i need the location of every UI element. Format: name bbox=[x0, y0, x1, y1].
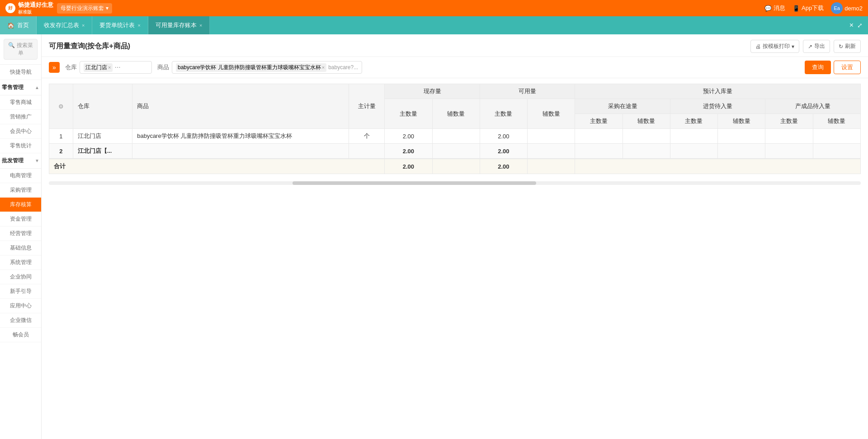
th-avail-sub: 辅数量 bbox=[528, 99, 575, 129]
cell-avail-main: 2.00 bbox=[480, 144, 527, 159]
warehouse-filter-label: 仓库 bbox=[65, 63, 77, 71]
sidebar-item-label: 系统管理 bbox=[10, 259, 32, 265]
message-label: 消息 bbox=[774, 4, 785, 12]
app-download-btn[interactable]: 📱 App下载 bbox=[793, 4, 824, 12]
sidebar-item-huiyuan[interactable]: 会员中心 bbox=[0, 124, 41, 139]
template-print-btn[interactable]: 🖨 按模板打印 ▾ bbox=[750, 40, 799, 53]
tab-actions: × ⤢ bbox=[844, 16, 868, 34]
cell-inb-sub bbox=[718, 144, 765, 159]
th-inb-main: 主数量 bbox=[670, 114, 717, 129]
sidebar-section-pifa[interactable]: 批发管理 ▼ bbox=[0, 153, 41, 169]
scroll-track bbox=[49, 181, 861, 185]
sidebar-item-qiye[interactable]: 企业协同 bbox=[0, 270, 41, 284]
sidebar-item-yingyong[interactable]: 应用中心 bbox=[0, 299, 41, 313]
tab-yfhj-close[interactable]: × bbox=[137, 23, 140, 28]
th-purchase-transit: 采购在途量 bbox=[575, 99, 670, 114]
footer-stock-total: 2.00 bbox=[385, 159, 432, 174]
cell-avail-sub bbox=[528, 129, 575, 144]
cell-no: 2 bbox=[49, 144, 73, 159]
export-btn[interactable]: ↗ 导出 bbox=[803, 40, 830, 53]
sidebar-item-yingxiao[interactable]: 营销推广 bbox=[0, 110, 41, 124]
warehouse-filter-more[interactable]: ··· bbox=[114, 63, 120, 71]
page-header: 可用量查询(按仓库+商品) 🖨 按模板打印 ▾ ↗ 导出 ↻ 刷新 bbox=[42, 34, 868, 57]
sidebar-item-label: 新手引导 bbox=[10, 288, 32, 294]
sidebar-item-label: 经营管理 bbox=[10, 230, 32, 236]
sidebar-item-label: 资金管理 bbox=[10, 216, 32, 222]
sidebar-item-jingying[interactable]: 经营管理 bbox=[0, 227, 41, 241]
search-menu-btn[interactable]: 🔍 搜索菜单 bbox=[4, 39, 38, 60]
settings-btn[interactable]: 设置 bbox=[834, 61, 861, 74]
sidebar-item-label: 营销推广 bbox=[10, 113, 32, 120]
th-avail-main: 主数量 bbox=[480, 99, 527, 129]
cell-warehouse: 江北门店【... bbox=[73, 144, 132, 159]
th-product: 商品 bbox=[132, 84, 349, 129]
refresh-btn[interactable]: ↻ 刷新 bbox=[834, 40, 861, 53]
restore-btn[interactable]: ⤢ bbox=[857, 22, 863, 29]
cell-unit bbox=[349, 144, 385, 159]
cell-prod-main bbox=[765, 144, 813, 159]
close-all-btn[interactable]: × bbox=[849, 21, 854, 29]
home-icon: 🏠 bbox=[7, 22, 14, 29]
tab-home[interactable]: 🏠 首页 bbox=[0, 16, 37, 34]
sidebar-item-quicknav[interactable]: 快捷导航 bbox=[0, 65, 41, 80]
sidebar-item-zijin[interactable]: 资金管理 bbox=[0, 212, 41, 227]
sidebar-item-caigou[interactable]: 采购管理 bbox=[0, 183, 41, 198]
print-icon: 🖨 bbox=[755, 43, 761, 50]
sidebar-item-jichu[interactable]: 基础信息 bbox=[0, 241, 41, 255]
filter-actions: 查询 设置 bbox=[805, 61, 861, 74]
warehouse-filter-input[interactable]: 江北门店 × ··· bbox=[80, 61, 152, 74]
scroll-thumb[interactable] bbox=[292, 181, 536, 185]
query-btn[interactable]: 查询 bbox=[805, 61, 831, 74]
tab-kylkzb-close[interactable]: × bbox=[199, 23, 202, 28]
tab-yfhj[interactable]: 要货单统计表 × bbox=[92, 16, 148, 34]
cell-inb-main bbox=[670, 144, 717, 159]
horizontal-scrollbar[interactable] bbox=[42, 179, 868, 189]
cell-inb-sub bbox=[718, 129, 765, 144]
sidebar-item-label: 基础信息 bbox=[10, 245, 32, 251]
sidebar-section-lingso-label: 零售管理 bbox=[2, 84, 24, 91]
app-download-label: App下载 bbox=[802, 4, 824, 12]
tab-sfsz-label: 收发存汇总表 bbox=[44, 21, 79, 29]
sidebar-item-label: 畅会员 bbox=[13, 331, 29, 338]
settings-btn-label: 设置 bbox=[841, 64, 853, 71]
table-settings-icon[interactable]: ⚙ bbox=[58, 103, 64, 110]
account-name: 母婴行业演示账套 bbox=[61, 5, 104, 12]
tab-sfsz[interactable]: 收发存汇总表 × bbox=[37, 16, 92, 34]
sidebar-item-weixin[interactable]: 企业微信 bbox=[0, 313, 41, 328]
user-avatar-area[interactable]: Ea demo2 bbox=[831, 2, 863, 14]
footer-avail-total: 2.00 bbox=[480, 159, 527, 174]
sidebar-item-lingso-tongji[interactable]: 零售统计 bbox=[0, 139, 41, 153]
filter-toggle-btn[interactable]: » bbox=[49, 62, 60, 73]
product-tag-1-remove[interactable]: × bbox=[322, 65, 325, 70]
warehouse-tag-remove[interactable]: × bbox=[108, 65, 111, 70]
cell-prod-sub bbox=[813, 129, 860, 144]
logo-icon: 好 bbox=[5, 3, 15, 13]
sidebar-item-label: 会员中心 bbox=[10, 128, 32, 134]
tab-sfsz-close[interactable]: × bbox=[82, 23, 85, 28]
table-wrap: ⚙ 仓库 商品 主计量 现存量 bbox=[42, 78, 868, 179]
th-inb-sub: 辅数量 bbox=[718, 114, 765, 129]
product-filter-input[interactable]: babycare学饮杯 儿童防摔防撞吸管杯重力球吸嘴杯宝宝水杯 × babyca… bbox=[172, 61, 362, 74]
cell-prod-main bbox=[765, 129, 813, 144]
cell-stock-sub bbox=[432, 144, 480, 159]
sidebar-item-kucun[interactable]: 库存核算 bbox=[0, 198, 41, 212]
message-btn[interactable]: 💬 消息 bbox=[764, 4, 785, 12]
sidebar-item-xinshou[interactable]: 新手引导 bbox=[0, 284, 41, 299]
account-selector[interactable]: 母婴行业演示账套 ▾ bbox=[57, 3, 112, 14]
table-footer-row: 合计 2.00 2.00 bbox=[49, 159, 861, 174]
cell-pur-sub bbox=[623, 129, 670, 144]
cell-stock-sub bbox=[432, 129, 480, 144]
page-title: 可用量查询(按仓库+商品) bbox=[49, 42, 130, 51]
page-container: 可用量查询(按仓库+商品) 🖨 按模板打印 ▾ ↗ 导出 ↻ 刷新 bbox=[42, 34, 868, 439]
sidebar-item-label: 采购管理 bbox=[10, 187, 32, 193]
tab-yfhj-label: 要货单统计表 bbox=[99, 21, 135, 29]
sidebar-item-xitong[interactable]: 系统管理 bbox=[0, 255, 41, 270]
sidebar-item-dianshang[interactable]: 电商管理 bbox=[0, 169, 41, 183]
sidebar-item-lingso-shangcheng[interactable]: 零售商城 bbox=[0, 95, 41, 110]
sidebar-section-lingso[interactable]: 零售管理 ▲ bbox=[0, 80, 41, 95]
main-layout: 🔍 搜索菜单 快捷导航 零售管理 ▲ 零售商城 营销推广 会员中心 零售统计 批… bbox=[0, 34, 868, 439]
sidebar-item-changhui[interactable]: 畅会员 bbox=[0, 328, 41, 342]
tab-kylkzb[interactable]: 可用量库存账本 × bbox=[148, 16, 210, 34]
inventory-table: ⚙ 仓库 商品 主计量 现存量 bbox=[49, 84, 861, 174]
footer-label: 合计 bbox=[49, 159, 385, 174]
